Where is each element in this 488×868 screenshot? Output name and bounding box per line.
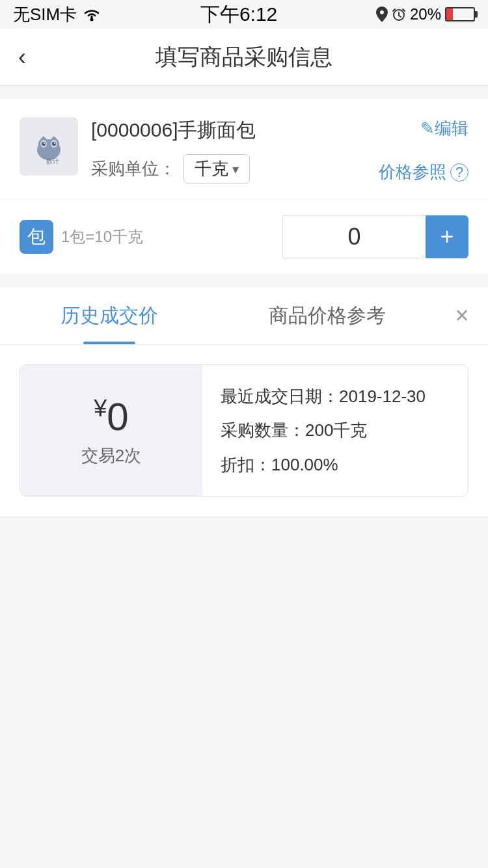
- quantity-unit-info: 包 1包=10千克: [20, 220, 143, 254]
- nav-bar: ‹ 填写商品采购信息: [0, 29, 488, 86]
- chevron-down-icon: ▾: [232, 161, 239, 177]
- quantity-control: +: [282, 215, 468, 258]
- svg-point-12: [44, 142, 45, 144]
- history-content: ¥0 交易2次 最近成交日期：2019-12-30 采购数量：200千克 折扣：…: [0, 345, 488, 516]
- discount-row: 折扣：100.00%: [221, 453, 450, 476]
- card-price-section: ¥0 交易2次: [20, 365, 202, 496]
- battery-icon: [445, 7, 475, 21]
- card-details-section: 最近成交日期：2019-12-30 采购数量：200千克 折扣：100.00%: [202, 365, 468, 496]
- no-sim-text: 无SIM卡: [13, 3, 77, 26]
- price-reference-button[interactable]: 价格参照 ?: [379, 161, 468, 183]
- recent-date-value: 2019-12-30: [339, 387, 426, 406]
- purchase-qty-value: 200千克: [305, 420, 367, 440]
- svg-point-0: [90, 18, 94, 21]
- history-card: ¥0 交易2次 最近成交日期：2019-12-30 采购数量：200千克 折扣：…: [20, 364, 468, 496]
- location-icon: [376, 7, 388, 22]
- status-carrier: 无SIM卡: [13, 3, 102, 26]
- product-actions: ✎编辑 价格参照 ?: [379, 117, 468, 183]
- back-button[interactable]: ‹: [18, 44, 26, 71]
- svg-point-13: [54, 142, 55, 144]
- svg-text:数计: 数计: [46, 157, 59, 165]
- product-thumbnail: 数计: [20, 117, 78, 176]
- product-info: [0000006]手撕面包 采购单位： 千克 ▾: [91, 117, 256, 183]
- tab-history-price[interactable]: 历史成交价: [0, 287, 218, 344]
- edit-button[interactable]: ✎编辑: [420, 117, 468, 140]
- alarm-icon: [392, 7, 406, 21]
- quantity-input[interactable]: [282, 215, 426, 258]
- discount-value: 100.00%: [271, 455, 338, 474]
- main-content-area: [0, 516, 488, 868]
- tab-close-button[interactable]: ×: [436, 287, 488, 344]
- status-icons: 20%: [376, 5, 475, 23]
- battery-percent: 20%: [410, 5, 441, 23]
- product-name: [0000006]手撕面包: [91, 117, 256, 144]
- card-trades-count: 交易2次: [81, 444, 141, 467]
- help-icon: ?: [450, 163, 468, 182]
- unit-select[interactable]: 千克 ▾: [183, 154, 250, 183]
- svg-point-11: [52, 142, 56, 146]
- recent-date-label: 最近成交日期：: [221, 387, 339, 406]
- plus-button[interactable]: +: [426, 215, 468, 258]
- quantity-section: 包 1包=10千克 +: [0, 199, 488, 274]
- price-ref-label: 价格参照: [379, 161, 446, 183]
- recent-date-row: 最近成交日期：2019-12-30: [221, 385, 450, 408]
- tab-product-price-ref[interactable]: 商品价格参考: [218, 287, 436, 344]
- product-card: 数计 [0000006]手撕面包 采购单位： 千克 ▾ ✎编辑 价格参照 ?: [0, 99, 488, 199]
- svg-point-10: [42, 142, 46, 146]
- discount-label: 折扣：: [221, 455, 271, 474]
- unit-value: 千克: [195, 157, 228, 180]
- purchase-qty-label: 采购数量：: [221, 420, 305, 440]
- page-title: 填写商品采购信息: [156, 42, 332, 72]
- unit-box: 包: [20, 220, 53, 254]
- svg-line-4: [399, 16, 401, 17]
- owl-logo-icon: 数计: [29, 127, 68, 166]
- unit-conversion: 1包=10千克: [61, 226, 143, 247]
- unit-label: 采购单位：: [91, 157, 176, 180]
- currency-symbol: ¥: [94, 395, 107, 422]
- tabs-header: 历史成交价 商品价格参考 ×: [0, 287, 488, 345]
- card-price-value: ¥0: [94, 394, 128, 439]
- status-time: 下午6:12: [200, 1, 277, 28]
- wifi-icon: [82, 7, 102, 21]
- status-bar: 无SIM卡 下午6:12 20%: [0, 0, 488, 29]
- svg-point-1: [380, 10, 384, 14]
- purchase-qty-row: 采购数量：200千克: [221, 418, 450, 442]
- tabs-section: 历史成交价 商品价格参考 × ¥0 交易2次 最近成交日期：2019-12-30…: [0, 287, 488, 516]
